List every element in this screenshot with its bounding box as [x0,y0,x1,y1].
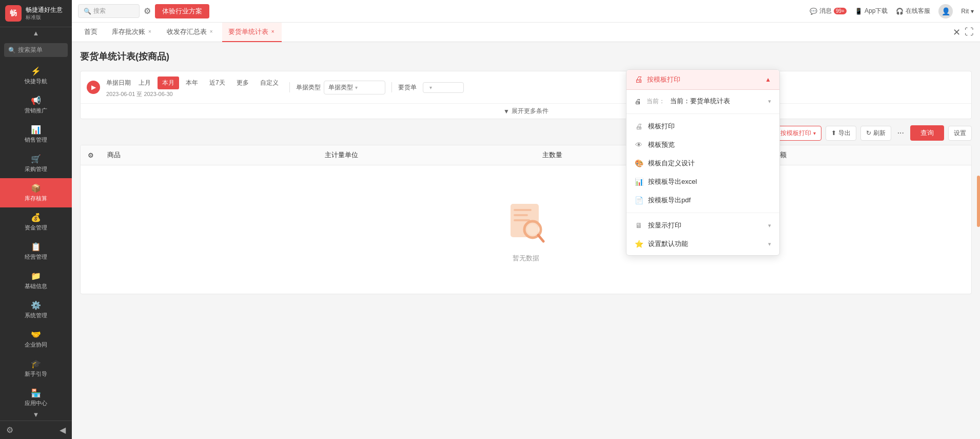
sidebar-item-shortcut[interactable]: ⚡ 快捷导航 [0,61,72,90]
user-avatar[interactable]: 👤 [938,4,953,18]
topbar-search[interactable]: 🔍 搜索 [78,4,140,18]
tab-close-all-icon[interactable]: ✕ [953,27,961,38]
export-icon: ⬆ [831,129,836,137]
close-tab-order-stats[interactable]: × [270,28,276,35]
refresh-icon: ↻ [866,129,871,137]
page-content: 要货单统计表(按商品) ▶ 单据日期 上月 本月 本年 近7天 更多 自定义 [72,42,980,439]
appstore-icon: 🏪 [31,388,41,398]
dropdown-current-item[interactable]: 🖨 当前： 当前：要货单统计表 ▾ [626,92,779,110]
date-btn-prev-month[interactable]: 上月 [134,77,155,89]
current-label: 当前： [646,97,665,106]
date-label: 单据日期 [106,79,131,87]
sidebar-item-newguide[interactable]: 🎓 新手引导 [0,354,72,383]
filter-bar: ▶ 单据日期 上月 本月 本年 近7天 更多 自定义 2023-06-0 [80,71,972,119]
finance-icon: 💰 [31,213,41,222]
marketing-icon: 📢 [31,96,41,105]
tab-inventory-batch[interactable]: 库存批次账 × [106,23,159,42]
sidebar-item-purchase[interactable]: 🛒 采购管理 [0,149,72,178]
search-icon: 🔍 [8,47,16,54]
data-table: ⚙ 商品 主计量单位 主数量 零售金额 [80,145,972,294]
query-btn[interactable]: 查询 [910,125,944,141]
order-goods-select[interactable]: ▾ [423,82,464,93]
sidebar-item-basic[interactable]: 📁 基础信息 [0,266,72,295]
more-btn[interactable]: ··· [895,126,906,140]
template-custom-item-icon: 🎨 [635,159,643,167]
dropdown-item-template-custom[interactable]: 🎨 模板自定义设计 [626,154,779,173]
dropdown-item-template-print[interactable]: 🖨 模板打印 [626,117,779,136]
dropdown-item-template-preview[interactable]: 👁 模板预览 [626,136,779,154]
doc-type-select[interactable]: 单据类型 ▾ [324,81,385,94]
tab-order-stats[interactable]: 要货单统计表 × [222,23,282,42]
main-area: 🔍 搜索 ⚙ 体验行业方案 💬 消息 99+ 📱 App下载 🎧 在线客服 👤 [72,0,980,439]
topbar: 🔍 搜索 ⚙ 体验行业方案 💬 消息 99+ 📱 App下载 🎧 在线客服 👤 [72,0,980,23]
inventory-icon: 📦 [31,183,41,193]
filter-divider-2 [391,82,392,92]
dropdown-section-items: 🖨 模板打印 👁 模板预览 🎨 模板自定义设计 📊 按模板导出excel 📄 按… [626,115,779,212]
col-product: 商品 [101,150,319,160]
expand-more-btn[interactable]: ▼ 展开更多条件 [81,103,971,119]
trial-btn[interactable]: 体验行业方案 [155,4,209,18]
col-settings[interactable]: ⚙ [81,151,101,159]
topbar-settings-icon[interactable]: ⚙ [144,6,151,16]
date-btn-custom[interactable]: 自定义 [256,77,283,89]
filter-row: ▶ 单据日期 上月 本月 本年 近7天 更多 自定义 2023-06-0 [81,71,971,103]
dropdown-item-export-excel[interactable]: 📊 按模板导出excel [626,173,779,191]
settings-footer-icon[interactable]: ⚙ [6,425,13,435]
date-btn-last-7days[interactable]: 近7天 [205,77,230,89]
current-item-chevron-icon: ▾ [768,98,771,105]
close-tab-inventory-batch[interactable]: × [147,28,152,35]
date-btn-this-year[interactable]: 本年 [181,77,203,89]
sidebar-item-inventory[interactable]: 📦 库存核算 [0,178,72,207]
sidebar-item-collab[interactable]: 🤝 企业协同 [0,325,72,354]
settings-btn[interactable]: 设置 [948,126,972,141]
order-goods-label: 要货单 [398,83,417,92]
user-name[interactable]: Rit ▾ [961,8,974,15]
sidebar: 畅 畅捷通好生意 标准版 ▲ 🔍 搜索菜单 ⚡ 快捷导航 📢 营销推广 📊 销售… [0,0,72,439]
sales-icon: 📊 [31,125,41,135]
template-print-item-icon: 🖨 [635,122,643,130]
expand-more-icon: ▼ [503,108,509,115]
message-item[interactable]: 💬 消息 99+ [810,7,847,15]
dropdown-section-current: 🖨 当前： 当前：要货单统计表 ▾ [626,90,779,112]
sidebar-item-marketing[interactable]: 📢 营销推广 [0,90,72,120]
refresh-btn[interactable]: ↻ 刷新 [860,126,891,141]
sidebar-item-system[interactable]: ⚙️ 系统管理 [0,295,72,325]
dropdown-divider-2 [626,213,779,213]
close-tab-collection-summary[interactable]: × [209,28,214,35]
online-service-item[interactable]: 🎧 在线客服 [896,7,930,15]
message-badge: 99+ [834,8,847,14]
shortcut-icon: ⚡ [31,66,41,76]
tab-expand-icon[interactable]: ⛶ [965,27,974,37]
dropdown-item-set-default[interactable]: ⭐ 设置默认功能 ▾ [626,235,779,253]
dropdown-item-display-print[interactable]: 🖥 按显示打印 ▾ [626,216,779,235]
app-download-item[interactable]: 📱 App下载 [855,7,888,15]
sidebar-search[interactable]: 🔍 搜索菜单 [4,43,68,57]
tab-home[interactable]: 首页 [78,23,104,42]
collapse-sidebar-icon[interactable]: ◀ [60,425,66,435]
sidebar-scroll-up[interactable]: ▲ [0,27,72,39]
filter-expand-btn[interactable]: ▶ [87,81,100,94]
dropdown-item-export-pdf[interactable]: 📄 按模板导出pdf [626,191,779,209]
basic-icon: 📁 [31,271,41,281]
export-btn[interactable]: ⬆ 导出 [826,126,856,141]
sidebar-nav: 🔍 搜索菜单 ⚡ 快捷导航 📢 营销推广 📊 销售管理 🛒 采购管理 📦 库存核… [0,39,72,409]
logo-icon: 畅 [5,5,22,22]
sidebar-logo: 畅 畅捷通好生意 标准版 [0,0,72,27]
date-btn-current-month[interactable]: 本月 [158,77,179,89]
topbar-search-icon: 🔍 [84,8,91,15]
tab-collection-summary[interactable]: 收发存汇总表 × [161,23,220,42]
sidebar-scroll-down[interactable]: ▼ [0,409,72,421]
sidebar-item-appstore[interactable]: 🏪 应用中心 [0,383,72,409]
dropdown-close-chevron[interactable]: ▲ [765,76,771,83]
page-title: 要货单统计表(按商品) [80,50,972,63]
user-chevron-icon: ▾ [971,8,974,15]
date-btn-more[interactable]: 更多 [232,77,253,89]
template-preview-item-icon: 👁 [635,141,643,149]
sidebar-item-sales[interactable]: 📊 销售管理 [0,120,72,149]
sidebar-item-finance[interactable]: 💰 资金管理 [0,207,72,237]
col-retail-amount: 零售金额 [754,150,971,160]
scroll-indicator[interactable] [977,176,980,227]
dropdown-section-display: 🖥 按显示打印 ▾ ⭐ 设置默认功能 ▾ [626,214,779,255]
sidebar-item-operation[interactable]: 📋 经营管理 [0,237,72,266]
svg-point-5 [527,224,538,235]
